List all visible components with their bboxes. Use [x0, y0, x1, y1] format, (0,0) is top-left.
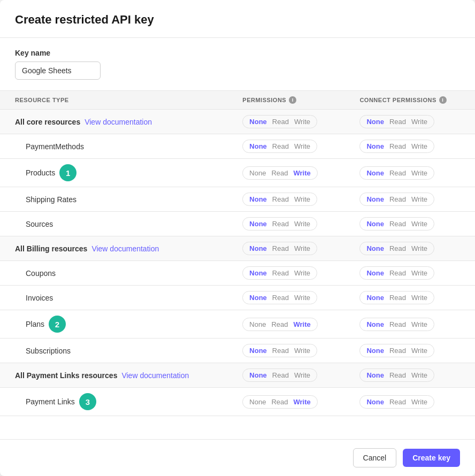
- permission-option-none[interactable]: None: [365, 168, 385, 178]
- permission-option-none[interactable]: None: [365, 320, 385, 329]
- permission-option-read[interactable]: Read: [388, 219, 407, 228]
- permission-option-none[interactable]: None: [365, 293, 385, 302]
- permission-option-read[interactable]: Read: [270, 397, 289, 406]
- permission-option-write[interactable]: Write: [410, 142, 428, 151]
- permission-option-read[interactable]: Read: [271, 142, 290, 151]
- permission-option-write[interactable]: Write: [410, 268, 428, 278]
- permission-option-read[interactable]: Read: [388, 293, 407, 302]
- permission-option-write[interactable]: Write: [293, 142, 311, 151]
- permission-option-write[interactable]: Write: [410, 219, 428, 228]
- permission-option-none[interactable]: None: [365, 268, 385, 278]
- permission-option-none[interactable]: None: [248, 244, 268, 253]
- permission-option-read[interactable]: Read: [271, 219, 290, 228]
- th-resource-type: RESOURCE TYPE: [0, 91, 227, 110]
- permission-option-read[interactable]: Read: [271, 268, 290, 278]
- cancel-button[interactable]: Cancel: [353, 448, 397, 467]
- permission-option-read[interactable]: Read: [270, 320, 289, 329]
- key-name-section: Key name: [0, 38, 475, 91]
- permission-option-none[interactable]: None: [365, 219, 385, 228]
- permission-option-write[interactable]: Write: [410, 117, 428, 126]
- permission-option-read[interactable]: Read: [271, 346, 290, 355]
- connect-permissions-cell: NoneReadWrite: [344, 286, 475, 310]
- permission-option-write[interactable]: Write: [410, 397, 428, 406]
- permission-option-read[interactable]: Read: [388, 168, 407, 178]
- permission-option-read[interactable]: Read: [270, 168, 289, 178]
- permission-option-none[interactable]: None: [248, 268, 268, 278]
- connect-permissions-cell: NoneReadWrite: [344, 236, 475, 261]
- permission-option-none[interactable]: None: [365, 195, 385, 204]
- permission-option-read[interactable]: Read: [271, 244, 290, 253]
- permission-option-write[interactable]: Write: [293, 293, 311, 302]
- permission-option-none[interactable]: None: [248, 195, 268, 204]
- permission-option-read[interactable]: Read: [388, 371, 407, 380]
- permission-option-none[interactable]: None: [365, 117, 385, 126]
- permission-option-none[interactable]: None: [248, 117, 268, 126]
- permission-option-read[interactable]: Read: [271, 117, 290, 126]
- permission-option-none[interactable]: None: [248, 371, 268, 380]
- permission-option-read[interactable]: Read: [388, 142, 407, 151]
- connect-permissions-cell: NoneReadWrite: [344, 363, 475, 388]
- permissions-cell: NoneReadWrite: [227, 286, 344, 310]
- permission-option-read[interactable]: Read: [388, 346, 407, 355]
- modal-footer: Cancel Create key: [0, 439, 475, 476]
- view-documentation-link[interactable]: View documentation: [121, 371, 189, 380]
- permission-group: NoneReadWrite: [242, 291, 317, 304]
- view-documentation-link[interactable]: View documentation: [85, 118, 152, 126]
- permission-option-read[interactable]: Read: [388, 195, 407, 204]
- permission-option-write[interactable]: Write: [292, 397, 311, 406]
- permission-option-write[interactable]: Write: [293, 346, 311, 355]
- permission-option-read[interactable]: Read: [388, 117, 407, 126]
- permission-option-write[interactable]: Write: [410, 371, 428, 380]
- permission-option-read[interactable]: Read: [271, 371, 290, 380]
- table-row: Plans2NoneReadWriteNoneReadWrite: [0, 310, 475, 339]
- permission-option-write[interactable]: Write: [410, 346, 428, 355]
- permission-option-read[interactable]: Read: [388, 397, 407, 406]
- permission-option-none[interactable]: None: [365, 142, 385, 151]
- connect-permissions-info-icon[interactable]: i: [439, 96, 447, 104]
- permission-option-none[interactable]: None: [248, 168, 267, 178]
- connect-permissions-cell: NoneReadWrite: [344, 388, 475, 416]
- permission-option-read[interactable]: Read: [388, 268, 407, 278]
- permission-option-write[interactable]: Write: [293, 117, 311, 126]
- permission-group: NoneReadWrite: [242, 217, 317, 231]
- permission-option-none[interactable]: None: [248, 320, 267, 329]
- permission-option-write[interactable]: Write: [410, 168, 428, 178]
- permission-option-write[interactable]: Write: [293, 195, 311, 204]
- permission-option-none[interactable]: None: [365, 244, 385, 253]
- permission-option-write[interactable]: Write: [292, 320, 311, 329]
- connect-permissions-cell: NoneReadWrite: [344, 339, 475, 363]
- resource-cell: All Payment Links resourcesView document…: [0, 363, 227, 388]
- permission-option-none[interactable]: None: [365, 397, 385, 406]
- permission-option-write[interactable]: Write: [293, 244, 311, 253]
- permission-option-none[interactable]: None: [365, 371, 385, 380]
- permission-option-read[interactable]: Read: [388, 320, 407, 329]
- key-name-input[interactable]: [15, 62, 101, 80]
- resource-cell: Products1: [0, 159, 227, 187]
- permissions-info-icon[interactable]: i: [289, 96, 296, 104]
- permission-option-read[interactable]: Read: [271, 195, 290, 204]
- permission-option-write[interactable]: Write: [292, 168, 311, 178]
- permission-option-write[interactable]: Write: [293, 371, 311, 380]
- create-key-button[interactable]: Create key: [403, 449, 460, 467]
- permission-option-read[interactable]: Read: [388, 244, 407, 253]
- permission-option-write[interactable]: Write: [293, 268, 311, 278]
- permission-option-write[interactable]: Write: [410, 195, 428, 204]
- permission-option-read[interactable]: Read: [271, 293, 290, 302]
- permission-option-none[interactable]: None: [248, 219, 268, 228]
- permission-option-write[interactable]: Write: [410, 244, 428, 253]
- permission-group: NoneReadWrite: [242, 115, 317, 128]
- permission-option-none[interactable]: None: [365, 346, 385, 355]
- permission-option-write[interactable]: Write: [293, 219, 311, 228]
- permission-option-write[interactable]: Write: [410, 320, 428, 329]
- connect-permissions-cell: NoneReadWrite: [344, 310, 475, 339]
- permission-option-none[interactable]: None: [248, 142, 268, 151]
- permission-option-none[interactable]: None: [248, 293, 268, 302]
- permission-group: NoneReadWrite: [242, 368, 317, 382]
- resource-name: Shipping Rates: [26, 195, 76, 204]
- permission-option-none[interactable]: None: [248, 346, 268, 355]
- table-row: Products1NoneReadWriteNoneReadWrite: [0, 159, 475, 187]
- connect-permissions-cell: NoneReadWrite: [344, 187, 475, 212]
- permission-option-none[interactable]: None: [248, 397, 267, 406]
- permission-option-write[interactable]: Write: [410, 293, 428, 302]
- view-documentation-link[interactable]: View documentation: [91, 244, 159, 253]
